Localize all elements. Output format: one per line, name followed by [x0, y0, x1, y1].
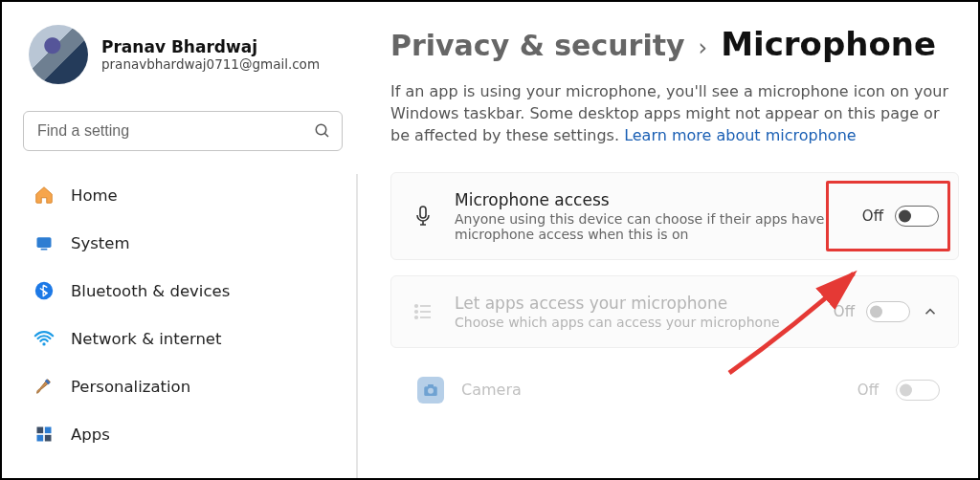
- card-title: Let apps access your microphone: [455, 294, 814, 313]
- svg-rect-9: [45, 435, 52, 442]
- user-name: Pranav Bhardwaj: [101, 37, 320, 56]
- sidebar-item-label: Apps: [71, 425, 110, 444]
- microphone-access-toggle[interactable]: [895, 206, 939, 227]
- toggle-state: Off: [862, 207, 883, 225]
- sidebar-item-personalization[interactable]: Personalization: [23, 363, 343, 409]
- let-apps-toggle[interactable]: [866, 301, 910, 322]
- system-icon: [33, 231, 56, 254]
- list-icon: [411, 300, 435, 323]
- card-subtitle: Anyone using this device can choose if t…: [455, 211, 843, 242]
- breadcrumb: Privacy & security › Microphone: [390, 25, 959, 63]
- svg-rect-8: [37, 435, 44, 442]
- svg-point-18: [428, 387, 434, 393]
- sidebar-nav: Home System Bluetooth & devices Network …: [23, 172, 343, 457]
- app-row-camera: Camera Off: [390, 363, 959, 409]
- sidebar-item-label: System: [71, 234, 130, 252]
- sidebar-item-home[interactable]: Home: [23, 172, 343, 218]
- learn-more-link[interactable]: Learn more about microphone: [624, 126, 857, 144]
- card-subtitle: Choose which apps can access your microp…: [455, 315, 814, 330]
- page-description: If an app is using your microphone, you'…: [390, 80, 959, 147]
- sidebar-item-label: Home: [71, 186, 118, 205]
- sidebar-item-label: Personalization: [71, 378, 190, 396]
- svg-rect-6: [37, 427, 44, 434]
- svg-rect-19: [428, 384, 434, 387]
- sidebar-item-label: Bluetooth & devices: [71, 282, 230, 300]
- svg-point-5: [42, 342, 45, 345]
- svg-point-13: [415, 310, 417, 312]
- search-wrap: [23, 111, 343, 151]
- search-input[interactable]: [23, 111, 343, 151]
- search-icon: [314, 122, 331, 140]
- sidebar-item-network[interactable]: Network & internet: [23, 316, 343, 361]
- breadcrumb-parent[interactable]: Privacy & security: [390, 29, 685, 62]
- bluetooth-icon: [33, 279, 56, 302]
- sidebar-item-bluetooth[interactable]: Bluetooth & devices: [23, 268, 343, 314]
- paintbrush-icon: [33, 375, 56, 398]
- account-header[interactable]: Pranav Bhardwaj pranavbhardwaj0711@gmail…: [29, 25, 343, 84]
- svg-line-1: [324, 133, 328, 137]
- chevron-right-icon: ›: [699, 34, 708, 61]
- card-title: Microphone access: [455, 190, 843, 209]
- app-name: Camera: [461, 381, 840, 399]
- svg-rect-10: [420, 207, 426, 218]
- camera-app-toggle[interactable]: [896, 380, 940, 401]
- apps-icon: [33, 423, 56, 446]
- avatar: [29, 25, 88, 84]
- sidebar-separator: [356, 174, 358, 478]
- microphone-access-card: Microphone access Anyone using this devi…: [390, 172, 959, 260]
- sidebar-item-apps[interactable]: Apps: [23, 411, 343, 457]
- chevron-up-icon[interactable]: [922, 303, 939, 320]
- page-title: Microphone: [721, 25, 936, 63]
- svg-rect-3: [41, 249, 48, 251]
- toggle-state: Off: [858, 382, 879, 399]
- svg-rect-2: [37, 237, 52, 248]
- sidebar-item-system[interactable]: System: [23, 220, 343, 266]
- svg-point-11: [415, 304, 417, 306]
- svg-point-0: [316, 124, 326, 135]
- let-apps-card: Let apps access your microphone Choose w…: [390, 275, 959, 348]
- svg-point-15: [415, 316, 417, 317]
- user-email: pranavbhardwaj0711@gmail.com: [101, 56, 320, 72]
- wifi-icon: [33, 327, 56, 350]
- home-icon: [33, 184, 56, 207]
- sidebar-item-label: Network & internet: [71, 330, 221, 348]
- camera-app-icon: [417, 377, 444, 404]
- microphone-icon: [411, 205, 435, 228]
- toggle-state: Off: [834, 303, 855, 320]
- svg-rect-7: [45, 427, 52, 434]
